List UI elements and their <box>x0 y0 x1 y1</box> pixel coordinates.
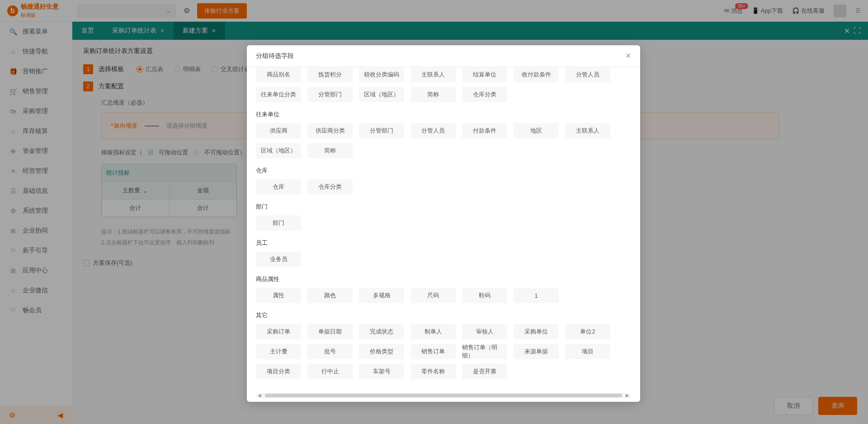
field-chip-top2-0[interactable]: 往来单位分类 <box>256 87 301 102</box>
field-chip-top2-1[interactable]: 分管部门 <box>307 87 353 102</box>
field-chip-5-0[interactable]: 采购订单 <box>256 324 301 339</box>
field-chip-5-7[interactable]: 主计量 <box>256 344 301 359</box>
field-chip-2-0[interactable]: 部门 <box>256 215 301 231</box>
modal-close-icon[interactable]: ✕ <box>625 52 631 60</box>
field-group-title-3: 员工 <box>256 239 631 247</box>
field-chip-5-1[interactable]: 单据日期 <box>307 324 353 339</box>
field-chip-top-1[interactable]: 拣货积分 <box>307 67 353 82</box>
field-chip-4-1[interactable]: 颜色 <box>307 288 353 303</box>
field-group-title-4: 商品属性 <box>256 275 631 283</box>
field-group-grid-4: 属性颜色多规格尺码鞋码1 <box>256 288 631 303</box>
field-chip-5-14[interactable]: 项目分类 <box>256 364 301 379</box>
field-chip-top2-3[interactable]: 简称 <box>410 87 456 102</box>
field-chip-0-0[interactable]: 供应商 <box>256 123 301 138</box>
field-group-title-2: 部门 <box>256 203 631 211</box>
field-chip-5-6[interactable]: 单位2 <box>565 324 610 339</box>
field-group-title-0: 往来单位 <box>256 110 631 119</box>
field-chip-5-13[interactable]: 项目 <box>565 344 610 359</box>
field-chip-0-4[interactable]: 付款条件 <box>462 123 507 138</box>
field-group-grid-2: 部门 <box>256 215 631 231</box>
field-chip-0-8[interactable]: 简称 <box>307 143 353 158</box>
field-chip-0-7[interactable]: 区域（地区） <box>256 143 301 158</box>
field-chip-5-17[interactable]: 零件名称 <box>410 364 456 379</box>
field-chip-5-3[interactable]: 制单人 <box>410 324 456 339</box>
field-group-grid-1: 仓库仓库分类 <box>256 179 631 195</box>
field-chip-5-11[interactable]: 销售订单（明细） <box>462 344 507 359</box>
field-chip-0-2[interactable]: 分管部门 <box>359 123 404 138</box>
field-chip-5-8[interactable]: 批号 <box>307 344 353 359</box>
field-group-grid-0: 供应商供应商分类分管部门分管人员付款条件地区主联系人区域（地区）简称 <box>256 123 631 158</box>
field-chip-0-5[interactable]: 地区 <box>514 123 559 138</box>
field-chip-top2-4[interactable]: 仓库分类 <box>462 87 507 102</box>
field-chip-4-2[interactable]: 多规格 <box>359 288 404 303</box>
field-chip-3-0[interactable]: 业务员 <box>256 252 301 267</box>
field-chip-4-5[interactable]: 1 <box>514 288 559 303</box>
orphan-field-row-2: 往来单位分类分管部门区域（地区）简称仓库分类 <box>256 87 631 102</box>
field-group-title-1: 仓库 <box>256 167 631 175</box>
field-chip-5-5[interactable]: 采购单位 <box>514 324 559 339</box>
field-group-title-5: 其它 <box>256 311 631 319</box>
field-chip-4-0[interactable]: 属性 <box>256 288 301 303</box>
field-chip-top-2[interactable]: 税收分类编码 <box>359 67 404 82</box>
scrollbar-thumb[interactable] <box>265 394 622 397</box>
field-chip-0-6[interactable]: 主联系人 <box>565 123 610 138</box>
field-chip-5-4[interactable]: 审核人 <box>462 324 507 339</box>
field-chip-5-12[interactable]: 来源单据 <box>514 344 559 359</box>
field-chip-top-0[interactable]: 商品别名 <box>256 67 301 82</box>
field-chip-top-5[interactable]: 收付款条件 <box>514 67 559 82</box>
field-chip-4-3[interactable]: 尺码 <box>410 288 456 303</box>
field-chip-4-4[interactable]: 鞋码 <box>462 288 507 303</box>
field-chip-5-9[interactable]: 价格类型 <box>359 344 404 359</box>
field-chip-top2-2[interactable]: 区域（地区） <box>359 87 404 102</box>
field-chip-top-3[interactable]: 主联系人 <box>410 67 456 82</box>
modal-title: 分组待选字段 <box>256 52 294 60</box>
field-group-grid-5: 采购订单单据日期完成状态制单人审核人采购单位单位2主计量批号价格类型销售订单销售… <box>256 324 631 379</box>
modal-horizontal-scrollbar[interactable]: ◀ ▶ <box>256 393 631 398</box>
field-chip-5-15[interactable]: 行中止 <box>307 364 353 379</box>
orphan-field-row-1: 商品别名拣货积分税收分类编码主联系人结算单位收付款条件分管人员 <box>256 67 631 82</box>
field-chip-5-10[interactable]: 销售订单 <box>410 344 456 359</box>
field-chip-5-16[interactable]: 车架号 <box>359 364 404 379</box>
field-chip-5-18[interactable]: 是否开票 <box>462 364 507 379</box>
field-chip-top-6[interactable]: 分管人员 <box>565 67 610 82</box>
field-chip-1-1[interactable]: 仓库分类 <box>307 179 353 195</box>
field-chip-1-0[interactable]: 仓库 <box>256 179 301 195</box>
modal-body: 商品别名拣货积分税收分类编码主联系人结算单位收付款条件分管人员 往来单位分类分管… <box>247 67 640 393</box>
field-chip-0-1[interactable]: 供应商分类 <box>307 123 353 138</box>
scroll-right-icon: ▶ <box>626 393 629 398</box>
field-group-grid-3: 业务员 <box>256 252 631 267</box>
modal-header: 分组待选字段 ✕ <box>247 45 640 67</box>
scroll-left-icon: ◀ <box>258 393 261 398</box>
field-chip-0-3[interactable]: 分管人员 <box>410 123 456 138</box>
field-chip-top-4[interactable]: 结算单位 <box>462 67 507 82</box>
field-selector-modal: 分组待选字段 ✕ 商品别名拣货积分税收分类编码主联系人结算单位收付款条件分管人员… <box>247 45 640 402</box>
field-chip-5-2[interactable]: 完成状态 <box>359 324 404 339</box>
